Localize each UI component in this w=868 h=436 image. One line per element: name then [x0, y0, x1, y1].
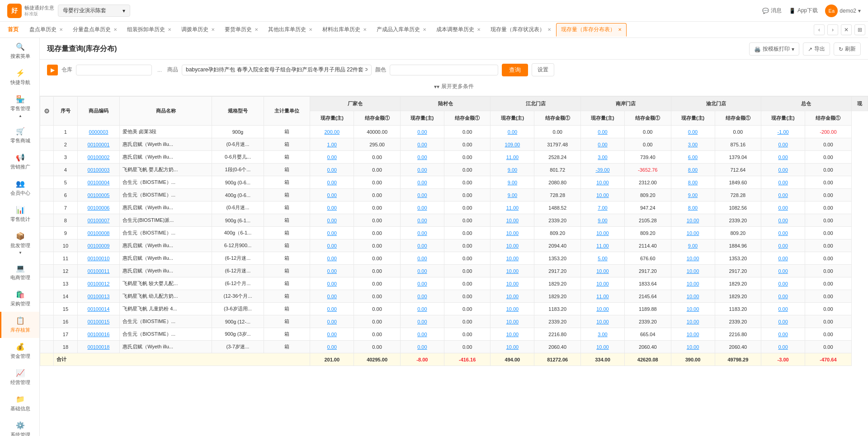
- tab-chanpin[interactable]: 产成品入库单历史 ✕: [372, 23, 431, 37]
- cell-nanan-qty[interactable]: 5.00: [580, 252, 624, 265]
- cell-code[interactable]: 00100016: [77, 328, 119, 341]
- cell-yubei-qty[interactable]: 9.00: [671, 189, 715, 202]
- cell-yubei-qty[interactable]: 6.00: [671, 151, 715, 164]
- cell-lucunCang-qty[interactable]: 0.00: [400, 290, 444, 303]
- tab-kucun-dist[interactable]: 现存量（库存分布表）✕: [556, 23, 627, 37]
- cell-yubei-qty[interactable]: 10.00: [671, 341, 715, 353]
- cell-zong-qty[interactable]: 0.00: [761, 252, 805, 265]
- cell-code[interactable]: 00100011: [77, 265, 119, 277]
- color-input[interactable]: [390, 65, 498, 75]
- tab-menu-button[interactable]: ⊞: [854, 24, 865, 35]
- cell-jiangbei-qty[interactable]: 9.00: [491, 176, 534, 189]
- settings-col-header[interactable]: ⚙: [40, 97, 54, 126]
- tab-cailiao[interactable]: 材料出库单历史 ✕: [317, 23, 372, 37]
- cell-code[interactable]: 00100005: [77, 189, 119, 202]
- cell-code[interactable]: 00100009: [77, 239, 119, 252]
- cell-changjiaCun-qty[interactable]: 1.00: [310, 138, 354, 151]
- search-button[interactable]: 查询: [502, 64, 528, 76]
- cell-yubei-qty[interactable]: 8.00: [671, 202, 715, 214]
- cell-jiangbei-qty[interactable]: 9.00: [491, 164, 534, 176]
- cell-changjiaCun-qty[interactable]: 0.00: [310, 164, 354, 176]
- cell-yubei-qty[interactable]: 10.00: [671, 214, 715, 227]
- message-button[interactable]: 💬 消息: [762, 7, 782, 14]
- cell-changjiaCun-qty[interactable]: 0.00: [310, 214, 354, 227]
- tab-close-icon[interactable]: ✕: [168, 27, 171, 32]
- tab-close-icon[interactable]: ✕: [59, 27, 63, 32]
- tab-diaob[interactable]: 调拨单历史 ✕: [176, 23, 220, 37]
- cell-zong-qty[interactable]: 0.00: [761, 328, 805, 341]
- sidebar-item-marketing[interactable]: 📢 营销推广: [0, 149, 39, 175]
- cell-code[interactable]: 0000003: [77, 126, 119, 138]
- cell-yubei-qty[interactable]: 8.00: [671, 164, 715, 176]
- gear-icon[interactable]: ⚙: [44, 108, 50, 115]
- cell-yubei-qty[interactable]: 8.00: [671, 176, 715, 189]
- cell-yubei-qty[interactable]: 10.00: [671, 277, 715, 290]
- cell-changjiaCun-qty[interactable]: 0.00: [310, 189, 354, 202]
- cell-nanan-qty[interactable]: 10.00: [580, 265, 624, 277]
- sidebar-item-ecom[interactable]: 💻 电商管理: [0, 259, 39, 286]
- sidebar-item-stats[interactable]: 📊 零售统计: [0, 201, 39, 227]
- cell-lucunCang-qty[interactable]: 0.00: [400, 189, 444, 202]
- cell-zong-qty[interactable]: -1.00: [761, 126, 805, 138]
- cell-jiangbei-qty[interactable]: 10.00: [491, 341, 534, 353]
- cell-yubei-qty[interactable]: 10.00: [671, 328, 715, 341]
- cell-lucunCang-qty[interactable]: 0.00: [400, 151, 444, 164]
- expand-button[interactable]: ▾▾ 展开更多条件: [429, 81, 479, 92]
- tab-prev-button[interactable]: ‹: [814, 24, 825, 35]
- cell-zong-qty[interactable]: 0.00: [761, 176, 805, 189]
- cell-zong-qty[interactable]: 0.00: [761, 290, 805, 303]
- warehouse-input[interactable]: [76, 65, 152, 75]
- cell-lucunCang-qty[interactable]: 0.00: [400, 239, 444, 252]
- cell-nanan-qty[interactable]: 10.00: [580, 303, 624, 315]
- cell-jiangbei-qty[interactable]: 9.00: [491, 189, 534, 202]
- cell-zong-qty[interactable]: 0.00: [761, 164, 805, 176]
- cell-nanan-qty[interactable]: 0.00: [580, 126, 624, 138]
- cell-jiangbei-qty[interactable]: 10.00: [491, 252, 534, 265]
- tab-kucun-status[interactable]: 现存量（库存状况表）✕: [486, 23, 556, 37]
- cell-lucunCang-qty[interactable]: 0.00: [400, 126, 444, 138]
- cell-nanan-qty[interactable]: 9.00: [580, 214, 624, 227]
- cell-jiangbei-qty[interactable]: 10.00: [491, 265, 534, 277]
- cell-code[interactable]: 00100003: [77, 164, 119, 176]
- cell-changjiaCun-qty[interactable]: 0.00: [310, 290, 354, 303]
- cell-zong-qty[interactable]: 0.00: [761, 277, 805, 290]
- tab-close-icon[interactable]: ✕: [211, 27, 215, 32]
- cell-code[interactable]: 00100006: [77, 202, 119, 214]
- tab-yaohuo[interactable]: 要货单历史 ✕: [220, 23, 263, 37]
- cell-code[interactable]: 00100002: [77, 151, 119, 164]
- tab-close-icon[interactable]: ✕: [309, 27, 312, 32]
- cell-changjiaCun-qty[interactable]: 0.00: [310, 227, 354, 239]
- app-download-button[interactable]: 📱 App下载: [789, 7, 818, 14]
- tab-close-icon[interactable]: ✕: [363, 27, 367, 32]
- warehouse-dots-button[interactable]: ...: [156, 67, 164, 73]
- cell-jiangbei-qty[interactable]: 11.00: [491, 202, 534, 214]
- cell-zong-qty[interactable]: 0.00: [761, 151, 805, 164]
- cell-lucunCang-qty[interactable]: 0.00: [400, 265, 444, 277]
- setting-button[interactable]: 设置: [532, 63, 554, 76]
- cell-changjiaCun-qty[interactable]: 0.00: [310, 252, 354, 265]
- cell-code[interactable]: 00100004: [77, 176, 119, 189]
- cell-nanan-qty[interactable]: 10.00: [580, 176, 624, 189]
- industry-selector[interactable]: 母婴行业演示陈套 ▾: [58, 5, 130, 17]
- cell-nanan-qty[interactable]: 10.00: [580, 189, 624, 202]
- cell-zong-qty[interactable]: 0.00: [761, 202, 805, 214]
- export-button[interactable]: ↗ 导出: [803, 42, 830, 56]
- cell-code[interactable]: 00100013: [77, 290, 119, 303]
- tab-close-icon[interactable]: ✕: [423, 27, 426, 32]
- sidebar-item-retail[interactable]: 🏪 零售管理 ▲: [0, 90, 39, 122]
- cell-jiangbei-qty[interactable]: 10.00: [491, 328, 534, 341]
- sidebar-item-member[interactable]: 👥 会员中心: [0, 175, 39, 201]
- cell-zong-qty[interactable]: 0.00: [761, 265, 805, 277]
- cell-zong-qty[interactable]: 0.00: [761, 138, 805, 151]
- sidebar-item-finance[interactable]: 💰 资金管理: [0, 338, 39, 364]
- cell-lucunCang-qty[interactable]: 0.00: [400, 315, 444, 328]
- cell-yubei-qty[interactable]: 10.00: [671, 290, 715, 303]
- cell-lucunCang-qty[interactable]: 0.00: [400, 303, 444, 315]
- filter-toggle-button[interactable]: ▶: [47, 65, 58, 75]
- cell-lucunCang-qty[interactable]: 0.00: [400, 341, 444, 353]
- cell-yubei-qty[interactable]: 10.00: [671, 227, 715, 239]
- cell-nanan-qty[interactable]: 10.00: [580, 277, 624, 290]
- refresh-button[interactable]: ↻ 刷新: [834, 42, 861, 56]
- cell-jiangbei-qty[interactable]: 11.00: [491, 151, 534, 164]
- cell-changjiaCun-qty[interactable]: 0.00: [310, 277, 354, 290]
